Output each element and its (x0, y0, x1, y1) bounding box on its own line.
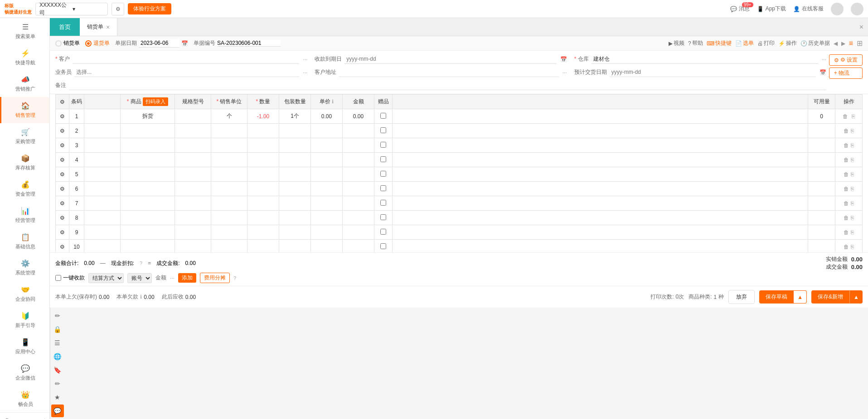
settings-icon[interactable]: ⚙ (112, 3, 124, 15)
expected-delivery-calendar-icon[interactable]: 📅 (820, 69, 826, 76)
td-barcode-1[interactable] (84, 109, 121, 124)
save-new-arrow-btn[interactable]: ▲ (849, 290, 863, 303)
remark-input[interactable] (69, 81, 826, 90)
gift-checkbox-4[interactable] (380, 156, 386, 162)
save-new-btn[interactable]: 保存&新增 (811, 290, 849, 303)
gift-checkbox-3[interactable] (380, 142, 386, 148)
nav-left-icon[interactable]: ◀ (834, 40, 838, 47)
delete-icon-6[interactable]: 🗑 (844, 186, 849, 192)
payment-method-select[interactable]: 结算方式 (88, 273, 124, 283)
radio-return-order[interactable]: 退货单 (85, 39, 110, 47)
sidebar-item-marketing[interactable]: 📣 营销推广 (0, 71, 49, 97)
save-draft-btn[interactable]: 保存草稿 (759, 290, 794, 303)
history-btn[interactable]: 🕐 历史单据 (800, 39, 830, 47)
copy-icon-4[interactable]: ⎘ (851, 157, 854, 163)
copy-icon-8[interactable]: ⎘ (851, 215, 854, 221)
sidebar-item-sales[interactable]: 🏠 销售管理 (0, 97, 49, 123)
tab-bar-close-btn[interactable]: × (859, 23, 868, 31)
sidebar-item-member[interactable]: 👑 畅会员 (0, 386, 49, 412)
td-gift-1[interactable] (374, 109, 393, 124)
copy-icon-1[interactable]: ⎘ (852, 113, 855, 120)
doc-date-input[interactable] (139, 39, 179, 48)
warehouse-more-icon[interactable]: ··· (822, 56, 826, 63)
gift-checkbox-1[interactable] (380, 113, 386, 119)
right-icon-list[interactable]: ☰ (51, 337, 64, 349)
app-download-btn[interactable]: 📱 App下载 (757, 5, 786, 13)
sidebar-item-purchase[interactable]: 🛒 采购管理 (0, 123, 49, 149)
fee-info-icon[interactable]: ? (233, 275, 236, 281)
doc-no-input[interactable] (217, 40, 281, 47)
tab-home[interactable]: 首页 (50, 18, 80, 36)
copy-icon-2[interactable]: ⎘ (851, 128, 854, 134)
gift-checkbox-8[interactable] (380, 214, 386, 220)
gift-checkbox-10[interactable] (380, 243, 386, 249)
save-draft-arrow-btn[interactable]: ▲ (794, 290, 807, 303)
td-amount-1[interactable]: 0.00 (343, 109, 374, 124)
print-btn[interactable]: 🖨 打印 (757, 39, 775, 47)
customer-address-input[interactable] (339, 67, 558, 77)
delete-icon-10[interactable]: 🗑 (844, 244, 849, 250)
delete-icon-9[interactable]: 🗑 (844, 229, 849, 236)
tab-sale-order[interactable]: 销货单 × (80, 18, 117, 36)
delete-icon-5[interactable]: 🗑 (844, 171, 849, 178)
customer-input[interactable] (73, 54, 299, 64)
td-qty-1[interactable]: -1.00 (247, 109, 279, 124)
td-unit-1[interactable]: 个 (211, 109, 247, 124)
right-icon-star[interactable]: ★ (51, 391, 64, 404)
td-spec-1[interactable] (175, 109, 211, 124)
message-btn[interactable]: 💬 消息 99+ (730, 5, 750, 13)
customer-address-more-icon[interactable]: ··· (563, 69, 567, 76)
salesperson-input[interactable] (74, 67, 299, 77)
action-btn[interactable]: ⚡ 操作 (778, 39, 797, 47)
sidebar-gear-icon[interactable]: ⚙ (5, 417, 10, 419)
expected-delivery-input[interactable] (610, 67, 816, 77)
gift-checkbox-7[interactable] (380, 200, 386, 206)
sidebar-item-guide[interactable]: 🔰 新手引导 (0, 307, 49, 333)
delete-icon-7[interactable]: 🗑 (844, 200, 849, 207)
row-gear-icon-1[interactable]: ⚙ (60, 113, 65, 120)
scan-btn[interactable]: 扫码录入 (143, 97, 168, 106)
sidebar-item-finance[interactable]: 💰 资金管理 (0, 176, 49, 202)
one-click-pay-checkbox[interactable]: 一键收款 (55, 274, 85, 282)
gift-checkbox-9[interactable] (380, 229, 386, 235)
view-grid-icon[interactable]: ⊞ (857, 39, 863, 48)
customer-more-icon[interactable]: ··· (303, 56, 307, 63)
discard-btn[interactable]: 放弃 (728, 290, 755, 304)
td-product-1[interactable]: 拆货 (121, 109, 175, 124)
copy-icon-7[interactable]: ⎘ (851, 200, 854, 207)
copy-icon-6[interactable]: ⎘ (851, 186, 854, 192)
sidebar-item-basic-info[interactable]: 📋 基础信息 (0, 228, 49, 255)
company-selector[interactable]: XXXXXX公司 ▾ (35, 3, 108, 15)
select-order-btn[interactable]: 📄 选单 (735, 39, 754, 47)
account-select[interactable]: 账号 (127, 273, 152, 283)
gift-checkbox-6[interactable] (380, 185, 386, 191)
view-list-icon[interactable]: ≡ (849, 39, 853, 48)
sidebar-item-enterprise[interactable]: 🤝 企业协同 (0, 281, 49, 307)
delete-icon-2[interactable]: 🗑 (844, 128, 849, 134)
one-click-pay-check[interactable] (55, 275, 61, 281)
logistics-btn[interactable]: + 物流 (829, 67, 863, 79)
dots-icon[interactable]: ··· (170, 275, 175, 281)
td-price-1[interactable]: 0.00 (311, 109, 343, 124)
doc-date-calendar-icon[interactable]: 📅 (181, 40, 188, 47)
sidebar-item-operations[interactable]: 📊 经营管理 (0, 202, 49, 228)
nav-right-icon[interactable]: ▶ (841, 40, 845, 47)
sidebar-item-quick-nav[interactable]: ⚡ 快捷导航 (0, 44, 49, 71)
help-btn[interactable]: ? 帮助 (688, 39, 703, 47)
copy-icon-9[interactable]: ⎘ (851, 229, 854, 236)
right-icon-pencil2[interactable]: ✏ (51, 377, 64, 390)
delete-icon-8[interactable]: 🗑 (844, 215, 849, 221)
avatar[interactable] (831, 3, 844, 15)
delete-icon-4[interactable]: 🗑 (844, 157, 849, 163)
radio-sale-order[interactable]: 销货单 (55, 39, 80, 47)
right-icon-bookmark[interactable]: 🔖 (51, 364, 64, 376)
gift-checkbox-5[interactable] (380, 171, 386, 177)
add-payment-btn[interactable]: 添加 (178, 273, 196, 283)
fee-split-btn[interactable]: 费用分摊 (200, 273, 230, 283)
td-pkgqty-1[interactable]: 1个 (279, 109, 311, 124)
tab-close-icon[interactable]: × (106, 24, 110, 31)
right-icon-chat[interactable]: 💬 (51, 405, 64, 417)
delete-icon-1[interactable]: 🗑 (843, 113, 848, 120)
gift-checkbox-2[interactable] (380, 127, 386, 133)
delete-icon-3[interactable]: 🗑 (844, 142, 849, 149)
